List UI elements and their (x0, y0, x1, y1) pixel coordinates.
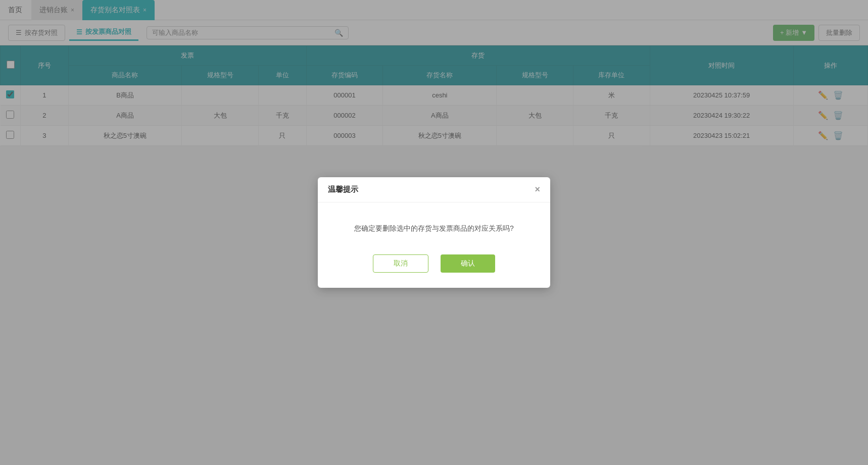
dialog-header: 温馨提示 × (318, 177, 550, 202)
modal-overlay: 温馨提示 × 您确定要删除选中的存货与发票商品的对应关系吗? 取消 确认 (0, 0, 868, 465)
confirm-dialog: 温馨提示 × 您确定要删除选中的存货与发票商品的对应关系吗? 取消 确认 (318, 177, 550, 287)
dialog-body: 您确定要删除选中的存货与发票商品的对应关系吗? (318, 202, 550, 249)
dialog-footer: 取消 确认 (318, 249, 550, 288)
dialog-close-icon[interactable]: × (535, 184, 540, 195)
confirm-button[interactable]: 确认 (441, 254, 495, 273)
dialog-title: 温馨提示 (328, 185, 358, 194)
cancel-button[interactable]: 取消 (373, 254, 428, 273)
dialog-message: 您确定要删除选中的存货与发票商品的对应关系吗? (354, 224, 514, 232)
